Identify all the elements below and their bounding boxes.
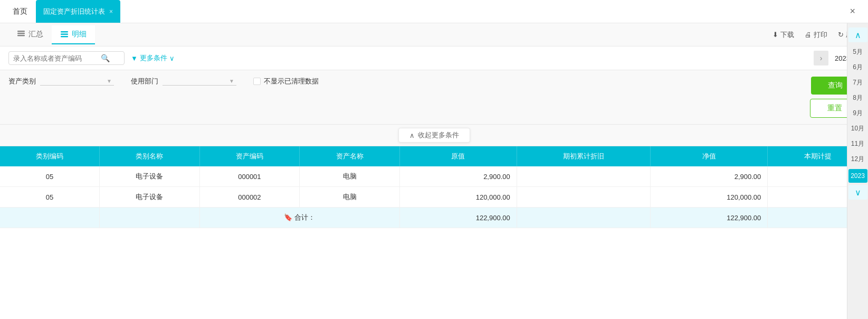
col-accumulated-depreciation: 期初累计折旧 [517, 146, 651, 166]
top-nav: 首页 固定资产折旧统计表 × × [0, 0, 868, 23]
print-label: 打印 [814, 30, 827, 40]
sidebar-year[interactable]: 2023 [848, 169, 867, 183]
tabs-row: 汇总 明细 ⬇ 下载 🖨 打印 ↻ 刷新 [0, 23, 868, 46]
asset-category-arrow-icon: ▼ [107, 78, 112, 84]
cell-category-name: 电子设备 [99, 187, 199, 208]
fixed-assets-table: 类别编码 类别名称 资产编码 资产名称 原值 期初累计折旧 净值 本期计提 05… [0, 146, 868, 228]
table-header-row: 类别编码 类别名称 资产编码 资产名称 原值 期初累计折旧 净值 本期计提 [0, 146, 868, 166]
summary-empty-1 [0, 208, 99, 228]
close-tab-button[interactable]: × [109, 8, 113, 15]
tab-summary[interactable]: 汇总 [8, 25, 52, 44]
close-window-button[interactable]: × [845, 6, 860, 17]
cell-asset-name: 电脑 [300, 166, 400, 187]
table-row: 05 电子设备 000002 电脑 120,000.00 120,000.00 [0, 187, 868, 208]
department-arrow-icon: ▼ [229, 78, 234, 84]
tab-title: 固定资产折旧统计表 [43, 7, 105, 16]
collapse-label: 收起更多条件 [418, 130, 459, 140]
cell-net-value: 120,000.00 [651, 187, 768, 208]
filter-area: 资产类别 ▼ 使用部门 ▼ [0, 70, 868, 125]
download-button[interactable]: ⬇ 下载 [772, 30, 794, 40]
summary-row: 🔖合计： 122,900.00 122,900.00 [0, 208, 868, 228]
collapse-bar: ∧ 收起更多条件 [0, 125, 868, 146]
search-icon: 🔍 [101, 54, 110, 62]
cell-accumulated-depreciation [517, 166, 651, 187]
filter-icon: ▼ [131, 54, 138, 62]
svg-rect-5 [61, 36, 68, 37]
filter-asset-category: 资产类别 ▼ [8, 77, 114, 86]
tab-detail[interactable]: 明细 [52, 25, 95, 44]
collapse-icon: ∧ [409, 132, 415, 139]
checkbox-box [253, 78, 261, 85]
sidebar-month-item[interactable]: 8月 [848, 90, 867, 106]
sidebar-month-item[interactable]: 6月 [848, 60, 867, 75]
data-table: 类别编码 类别名称 资产编码 资产名称 原值 期初累计折旧 净值 本期计提 05… [0, 146, 868, 319]
filter-department: 使用部门 ▼ [131, 77, 236, 86]
sidebar-month-item[interactable]: 11月 [848, 136, 867, 152]
summary-original-value: 122,900.00 [399, 208, 517, 228]
sidebar-nav-up[interactable]: ∧ [848, 27, 867, 42]
sidebar-month-item[interactable]: 7月 [848, 75, 867, 90]
svg-rect-3 [61, 31, 68, 33]
cell-category-name: 电子设备 [99, 166, 199, 187]
sidebar-nav-down[interactable]: ∨ [848, 185, 867, 200]
layers-icon [17, 30, 25, 39]
svg-rect-1 [17, 35, 25, 36]
cell-accumulated-depreciation [517, 187, 651, 208]
active-tab[interactable]: 固定资产折旧统计表 × [36, 0, 120, 23]
tab-detail-label: 明细 [72, 30, 87, 39]
col-original-value: 原值 [399, 146, 517, 166]
cell-asset-code: 000001 [199, 166, 300, 187]
year-label: 2023 [851, 172, 865, 180]
cell-category-code: 05 [0, 166, 99, 187]
col-category-name: 类别名称 [99, 146, 199, 166]
print-icon: 🖨 [805, 31, 812, 39]
department-select[interactable]: ▼ [163, 77, 236, 86]
more-conditions-label: 更多条件 [140, 53, 167, 63]
svg-rect-0 [17, 33, 25, 34]
hide-cleared-checkbox[interactable]: 不显示已清理数据 [253, 77, 319, 86]
main-content: 汇总 明细 ⬇ 下载 🖨 打印 ↻ 刷新 [0, 23, 868, 319]
cell-asset-code: 000002 [199, 187, 300, 208]
download-label: 下载 [780, 30, 794, 40]
table-row: 05 电子设备 000001 电脑 2,900.00 2,900.00 [0, 166, 868, 187]
search-input-wrap[interactable]: 🔍 [8, 51, 125, 65]
sidebar-month-item[interactable]: 10月 [848, 121, 867, 136]
print-button[interactable]: 🖨 打印 [805, 30, 827, 40]
collapse-button[interactable]: ∧ 收起更多条件 [398, 128, 470, 143]
download-icon: ⬇ [772, 31, 778, 39]
cell-net-value: 2,900.00 [651, 166, 768, 187]
cell-original-value: 120,000.00 [399, 187, 517, 208]
tab-summary-label: 汇总 [28, 30, 43, 39]
detail-icon [60, 30, 69, 39]
summary-empty-2 [99, 208, 199, 228]
panel-toggle-button[interactable]: › [814, 51, 828, 65]
summary-label: 🔖合计： [199, 208, 399, 228]
svg-rect-2 [17, 31, 25, 32]
hide-cleared-label: 不显示已清理数据 [264, 77, 319, 86]
col-asset-code: 资产编码 [199, 146, 300, 166]
asset-category-select[interactable]: ▼ [40, 77, 114, 86]
department-label: 使用部门 [131, 77, 158, 86]
search-bar: 🔍 ▼ 更多条件 ∨ › 2023.01 [0, 46, 868, 70]
home-link[interactable]: 首页 [8, 7, 32, 16]
cell-category-code: 05 [0, 187, 99, 208]
filter-row-1: 资产类别 ▼ 使用部门 ▼ [8, 77, 802, 86]
col-asset-name: 资产名称 [300, 146, 400, 166]
col-net-value: 净值 [651, 146, 768, 166]
sidebar-month-item[interactable]: 12月 [848, 152, 867, 167]
more-conditions-button[interactable]: ▼ 更多条件 ∨ [131, 53, 175, 63]
svg-rect-4 [61, 33, 68, 35]
summary-icon: 🔖 [284, 213, 292, 221]
right-sidebar: ∧ 5月6月7月8月9月10月11月12月 2023 ∨ [847, 23, 868, 319]
sidebar-months: 5月6月7月8月9月10月11月12月 [848, 44, 867, 167]
summary-accumulated [517, 208, 651, 228]
sidebar-month-item[interactable]: 5月 [848, 44, 867, 60]
cell-asset-name: 电脑 [300, 187, 400, 208]
col-category-code: 类别编码 [0, 146, 99, 166]
chevron-down-icon: ∨ [169, 54, 175, 62]
cell-original-value: 2,900.00 [399, 166, 517, 187]
asset-category-label: 资产类别 [8, 77, 36, 86]
sidebar-month-item[interactable]: 9月 [848, 106, 867, 121]
search-input[interactable] [13, 54, 98, 62]
table-body: 05 电子设备 000001 电脑 2,900.00 2,900.00 05 电… [0, 166, 868, 228]
